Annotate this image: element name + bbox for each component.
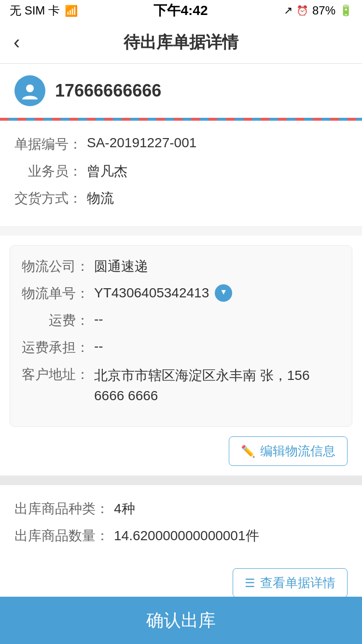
status-bar: 无 SIM 卡 下午4:42 ↗ ⏰ 87% 🔋 (0, 0, 362, 21)
page-title: 待出库单据详情 (124, 31, 238, 54)
goods-type-row: 出库商品种类： 4种 (14, 500, 348, 518)
confirm-btn-label: 确认出库 (146, 609, 216, 632)
logistics-company-row: 物流公司： 圆通速递 (22, 257, 340, 276)
tracking-no-label: 物流单号： (22, 284, 89, 303)
back-button[interactable]: ‹ (14, 31, 20, 53)
status-bar-time: 下午4:42 (153, 1, 208, 20)
logistics-company-value: 圆通速递 (89, 257, 340, 276)
thick-divider (0, 476, 362, 485)
status-bar-right: ↗ ⏰ 87% 🔋 (284, 4, 352, 17)
tracking-no-row: 物流单号： YT4306405342413 (22, 284, 340, 303)
goods-quantity-row: 出库商品数量： 14.620000000000001件 (14, 527, 348, 545)
goods-quantity-label: 出库商品数量： (14, 527, 109, 545)
salesperson-value: 曾凡杰 (82, 162, 348, 181)
tracking-no-value: YT4306405342413 (89, 284, 340, 302)
edit-btn-row: ✏️ 编辑物流信息 (0, 436, 362, 476)
salesperson-row: 业务员： 曾凡杰 (14, 162, 348, 181)
delivery-value: 物流 (82, 189, 348, 208)
nav-bar: ‹ 待出库单据详情 (0, 21, 362, 64)
battery-icon: 🔋 (339, 4, 352, 17)
goods-type-label: 出库商品种类： (14, 500, 109, 518)
avatar (14, 75, 45, 106)
delivery-label: 交货方式： (14, 189, 82, 208)
tracking-location-icon[interactable] (215, 284, 232, 302)
alarm-icon: ⏰ (296, 5, 308, 16)
freight-bear-value: -- (89, 338, 340, 354)
freight-label: 运费： (22, 311, 89, 330)
battery-text: 87% (312, 4, 335, 17)
view-detail-btn-label: 查看单据详情 (260, 574, 335, 591)
customer-phone: 17666666666 (55, 81, 161, 101)
address-row: 客户地址： 北京市市辖区海淀区永丰南 张，156 6666 6666 (22, 365, 340, 406)
salesperson-label: 业务员： (14, 162, 82, 181)
order-no-label: 单据编号： (14, 135, 82, 154)
detail-icon: ☰ (245, 576, 255, 590)
wifi-icon (65, 4, 78, 17)
svg-point-0 (26, 84, 34, 92)
carrier-text: 无 SIM 卡 (10, 3, 60, 18)
edit-icon: ✏️ (241, 445, 255, 458)
freight-row: 运费： -- (22, 311, 340, 330)
freight-value: -- (89, 311, 340, 327)
goods-section: 出库商品种类： 4种 出库商品数量： 14.620000000000001件 (0, 485, 362, 563)
location-signal-icon: ↗ (284, 4, 292, 17)
edit-btn-label: 编辑物流信息 (260, 443, 335, 460)
basic-info-section: 单据编号： SA-20191227-001 业务员： 曾凡杰 交货方式： 物流 (0, 121, 362, 226)
goods-type-value: 4种 (109, 500, 348, 518)
view-detail-button[interactable]: ☰ 查看单据详情 (233, 568, 348, 598)
order-no-value: SA-20191227-001 (82, 135, 348, 151)
address-label: 客户地址： (22, 365, 89, 384)
section-gap-1 (0, 226, 362, 236)
address-value: 北京市市辖区海淀区永丰南 张，156 6666 6666 (89, 365, 340, 406)
status-bar-left: 无 SIM 卡 (10, 3, 78, 18)
confirm-btn-container: 确认出库 (0, 597, 362, 644)
edit-logistics-button[interactable]: ✏️ 编辑物流信息 (229, 436, 348, 466)
confirm-button[interactable]: 确认出库 (0, 597, 362, 644)
delivery-row: 交货方式： 物流 (14, 189, 348, 208)
freight-bear-label: 运费承担： (22, 338, 89, 357)
logistics-section: 物流公司： 圆通速递 物流单号： YT4306405342413 运费： -- … (0, 236, 362, 476)
logistics-card: 物流公司： 圆通速递 物流单号： YT4306405342413 运费： -- … (10, 245, 352, 427)
freight-bear-row: 运费承担： -- (22, 338, 340, 357)
logistics-company-label: 物流公司： (22, 257, 89, 276)
customer-header: 17666666666 (0, 64, 362, 118)
goods-quantity-value: 14.620000000000001件 (109, 527, 348, 545)
order-no-row: 单据编号： SA-20191227-001 (14, 135, 348, 154)
